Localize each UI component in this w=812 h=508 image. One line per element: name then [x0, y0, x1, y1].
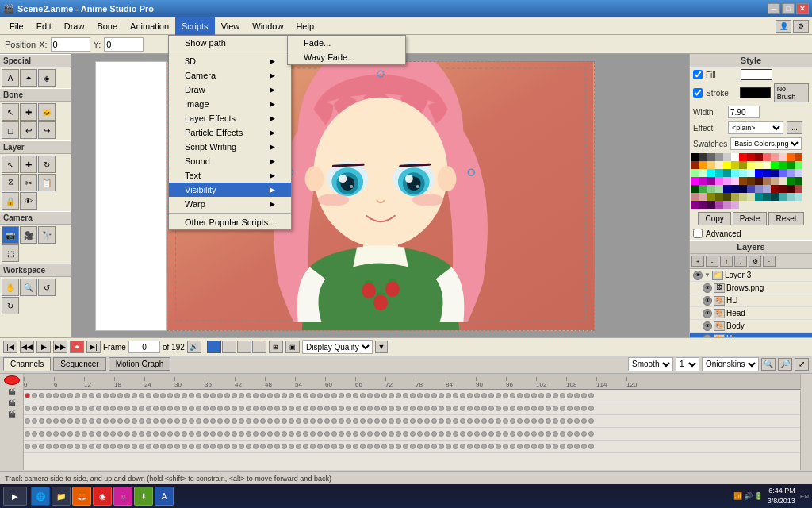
- color-cell[interactable]: [787, 177, 795, 185]
- track-dot[interactable]: [182, 406, 187, 411]
- track-dot[interactable]: [510, 418, 515, 424]
- track-dot[interactable]: [331, 431, 337, 437]
- color-cell[interactable]: [747, 177, 755, 185]
- color-cell[interactable]: [755, 177, 763, 185]
- track-dot[interactable]: [317, 444, 323, 449]
- color-cell[interactable]: [779, 185, 787, 193]
- layer-tool-5[interactable]: ✂: [20, 174, 37, 191]
- layer-tool-6[interactable]: 📋: [38, 174, 56, 191]
- smooth-select[interactable]: Smooth: [628, 357, 673, 371]
- color-cell[interactable]: [715, 169, 723, 177]
- track-dot[interactable]: [39, 406, 44, 411]
- track-dot[interactable]: [82, 444, 87, 449]
- track-dot[interactable]: [267, 406, 273, 411]
- track-dot[interactable]: [25, 431, 30, 437]
- menu-view[interactable]: View: [215, 17, 247, 35]
- track-dot[interactable]: [389, 393, 394, 398]
- track-dot[interactable]: [310, 431, 316, 437]
- track-dot[interactable]: [353, 406, 358, 411]
- track-dot[interactable]: [310, 406, 316, 411]
- track-dot[interactable]: [239, 418, 244, 424]
- track-dot[interactable]: [25, 418, 30, 424]
- track-dot[interactable]: [531, 444, 537, 449]
- track-dot[interactable]: [474, 393, 480, 398]
- track-dot[interactable]: [439, 406, 444, 411]
- track-dot[interactable]: [96, 393, 102, 398]
- record-button[interactable]: ●: [70, 341, 84, 353]
- track-dot[interactable]: [346, 418, 351, 424]
- track-dot[interactable]: [331, 406, 337, 411]
- color-cell[interactable]: [699, 153, 707, 161]
- track-dot[interactable]: [210, 444, 216, 449]
- view-mode-4[interactable]: [252, 341, 266, 353]
- track-dot[interactable]: [274, 418, 280, 424]
- track-dot[interactable]: [531, 406, 537, 411]
- track-dot[interactable]: [546, 406, 551, 411]
- track-dot[interactable]: [396, 393, 401, 398]
- track-dot[interactable]: [303, 418, 308, 424]
- bone-tool-5[interactable]: ↩: [20, 121, 37, 139]
- track-dot[interactable]: [538, 406, 544, 411]
- start-button[interactable]: ▶: [3, 487, 27, 506]
- track-dot[interactable]: [196, 431, 201, 437]
- track-dot[interactable]: [553, 444, 558, 449]
- track-dot[interactable]: [503, 406, 508, 411]
- track-dot[interactable]: [60, 406, 66, 411]
- color-cell[interactable]: [795, 153, 802, 161]
- track-dot[interactable]: [353, 444, 358, 449]
- track-dot[interactable]: [317, 406, 323, 411]
- view-mode-2[interactable]: [222, 341, 236, 353]
- track-dot[interactable]: [389, 444, 394, 449]
- track-dot[interactable]: [346, 444, 351, 449]
- track-dot[interactable]: [210, 406, 216, 411]
- color-cell[interactable]: [771, 177, 779, 185]
- taskbar-utorrent[interactable]: ⬇: [134, 487, 153, 506]
- track-dot[interactable]: [339, 418, 344, 424]
- workspace-tool-4[interactable]: ↻: [2, 297, 19, 314]
- track-dot[interactable]: [417, 406, 423, 411]
- track-dot[interactable]: [567, 431, 573, 437]
- color-cell[interactable]: [691, 177, 699, 185]
- track-dot[interactable]: [82, 406, 87, 411]
- track-dot[interactable]: [117, 444, 123, 449]
- track-dot[interactable]: [82, 431, 87, 437]
- color-cell[interactable]: [795, 169, 802, 177]
- track-dot[interactable]: [353, 393, 358, 398]
- track-dot[interactable]: [124, 393, 130, 398]
- track-dot[interactable]: [103, 444, 109, 449]
- track-dot[interactable]: [317, 431, 323, 437]
- color-cell[interactable]: [771, 153, 779, 161]
- track-dot[interactable]: [253, 418, 259, 424]
- track-dot[interactable]: [439, 393, 444, 398]
- track-dot[interactable]: [367, 418, 373, 424]
- track-dot[interactable]: [467, 406, 473, 411]
- color-cell[interactable]: [723, 201, 731, 209]
- track-dot[interactable]: [139, 431, 144, 437]
- layer-tool-8[interactable]: 👁: [20, 192, 37, 210]
- color-cell[interactable]: [787, 169, 795, 177]
- track-dot[interactable]: [503, 444, 508, 449]
- track-dot[interactable]: [53, 431, 59, 437]
- track-dot[interactable]: [110, 393, 116, 398]
- track-dot[interactable]: [217, 431, 223, 437]
- track-dot[interactable]: [160, 406, 166, 411]
- track-dot[interactable]: [189, 431, 194, 437]
- color-cell[interactable]: [715, 201, 723, 209]
- track-dot[interactable]: [67, 418, 73, 424]
- x-input[interactable]: [51, 37, 90, 52]
- track-dot[interactable]: [439, 444, 444, 449]
- track-dot[interactable]: [110, 444, 116, 449]
- expand-button[interactable]: ⤢: [795, 358, 809, 371]
- track-dot[interactable]: [232, 444, 237, 449]
- track-dot[interactable]: [567, 406, 573, 411]
- track-dot[interactable]: [417, 431, 423, 437]
- workspace-tool-2[interactable]: 🔍: [20, 279, 37, 296]
- color-cell[interactable]: [739, 161, 747, 169]
- onionskins-select[interactable]: Onionskins: [702, 357, 759, 371]
- track-dot[interactable]: [496, 431, 501, 437]
- track-dot[interactable]: [374, 406, 380, 411]
- track-dot[interactable]: [396, 431, 401, 437]
- track-dot[interactable]: [417, 444, 423, 449]
- tool-2[interactable]: ✦: [20, 69, 37, 87]
- track-dot[interactable]: [381, 444, 387, 449]
